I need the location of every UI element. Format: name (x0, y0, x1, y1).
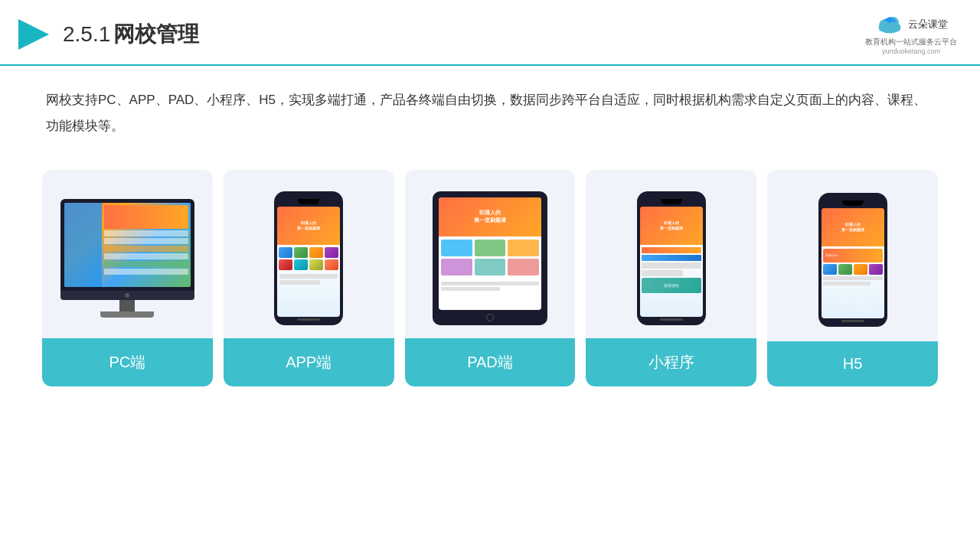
play-icon (15, 16, 52, 53)
phone-screen-h5: 职通人的第一堂刷题课 最新活动 (822, 208, 884, 318)
phone-home-bar-miniapp (660, 318, 683, 321)
card-pc-label: PC端 (42, 338, 213, 386)
phone-notch-h5 (842, 201, 864, 206)
phone-notch (298, 199, 319, 204)
card-app: 职通人的第一堂刷题课 (224, 170, 394, 386)
title-number: 2.5.1 (63, 22, 110, 46)
card-miniapp-image: 职通人的第一堂刷题课 推荐课程 (586, 170, 756, 338)
card-app-image: 职通人的第一堂刷题课 (224, 170, 394, 338)
card-miniapp: 职通人的第一堂刷题课 推荐课程 (586, 170, 756, 386)
header-left: 2.5.1网校管理 (15, 16, 199, 53)
card-h5-label: H5 (767, 341, 938, 386)
cards-container: PC端 职通人的第一堂刷题课 (0, 147, 980, 402)
page-title: 2.5.1网校管理 (63, 20, 199, 49)
phone-screen: 职通人的第一堂刷题课 (277, 207, 340, 317)
phone-mockup-h5: 职通人的第一堂刷题课 最新活动 (818, 193, 887, 327)
card-miniapp-label: 小程序 (586, 338, 756, 386)
phone-body: 职通人的第一堂刷题课 (274, 191, 343, 325)
monitor-mockup (60, 199, 194, 318)
svg-marker-0 (18, 19, 49, 50)
tablet-screen: 职通人的第一堂刷题课 (439, 197, 541, 310)
phone-home-bar (297, 318, 320, 321)
logo-name: 云朵课堂 (908, 18, 948, 31)
phone-screen-miniapp: 职通人的第一堂刷题课 推荐课程 (640, 207, 703, 317)
tablet-mockup: 职通人的第一堂刷题课 (433, 191, 547, 325)
card-pad-label: PAD端 (405, 338, 576, 386)
card-app-label: APP端 (224, 338, 394, 386)
phone-notch-miniapp (661, 199, 682, 204)
card-h5: 职通人的第一堂刷题课 最新活动 (767, 170, 938, 386)
phone-home-bar-h5 (841, 320, 864, 322)
svg-rect-6 (894, 20, 896, 23)
title-text: 网校管理 (113, 22, 199, 46)
phone-mockup-app: 职通人的第一堂刷题课 (274, 191, 343, 325)
description-text: 网校支持PC、APP、PAD、小程序、H5，实现多端打通，产品各终端自由切换，数… (0, 66, 980, 147)
phone-body-miniapp: 职通人的第一堂刷题课 推荐课程 (637, 191, 706, 325)
cloud-logo-icon (874, 14, 905, 35)
card-pad: 职通人的第一堂刷题课 (405, 170, 576, 386)
card-h5-image: 职通人的第一堂刷题课 最新活动 (767, 170, 938, 341)
logo-url: yunduoketang.com (882, 47, 940, 55)
monitor-body (60, 199, 194, 291)
logo-area: 云朵课堂 教育机构一站式服务云平台 yunduoketang.com (865, 14, 957, 55)
header: 2.5.1网校管理 云朵课堂 教育机构一站式服务云平台 yunduoketang… (0, 0, 980, 66)
card-pc-image (42, 170, 213, 338)
phone-body-h5: 职通人的第一堂刷题课 最新活动 (818, 193, 887, 327)
monitor-screen (64, 203, 191, 287)
phone-mockup-miniapp: 职通人的第一堂刷题课 推荐课程 (637, 191, 706, 325)
tablet-home-button (486, 314, 494, 321)
svg-rect-4 (879, 24, 900, 31)
card-pad-image: 职通人的第一堂刷题课 (405, 170, 576, 338)
logo-cloud: 云朵课堂 (874, 14, 948, 35)
tablet-body: 职通人的第一堂刷题课 (433, 191, 547, 325)
logo-sub: 教育机构一站式服务云平台 (865, 37, 957, 47)
card-pc: PC端 (42, 170, 213, 386)
